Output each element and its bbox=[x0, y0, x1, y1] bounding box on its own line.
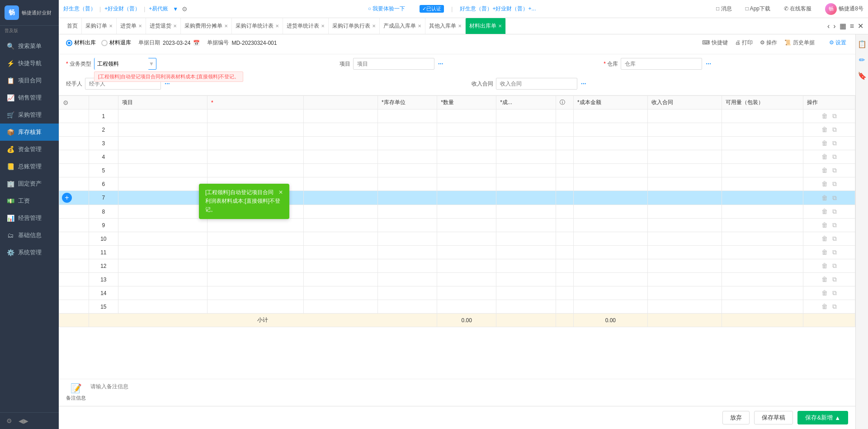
row-item-cell-7[interactable] bbox=[118, 191, 208, 205]
row-income-cell-1[interactable] bbox=[647, 110, 722, 123]
sidebar-item-shortcuts[interactable]: ⚡快捷导航 bbox=[0, 55, 59, 72]
row-item-cell-1[interactable] bbox=[118, 110, 208, 123]
row-income-cell-12[interactable] bbox=[647, 259, 722, 273]
row-qty-cell-13[interactable] bbox=[437, 273, 496, 286]
row-spec-cell-2[interactable] bbox=[304, 123, 378, 137]
row-spec-cell-13[interactable] bbox=[304, 273, 378, 286]
row-spec-cell-3[interactable] bbox=[304, 137, 378, 150]
row-spec-cell-6[interactable] bbox=[304, 177, 378, 191]
row-unit-cell-4[interactable] bbox=[378, 150, 437, 164]
tab-9[interactable]: 其他入库单✕ bbox=[425, 18, 466, 34]
sidebar-item-salary[interactable]: 💵工资 bbox=[0, 192, 59, 210]
row-cost-cell-5[interactable] bbox=[496, 164, 556, 177]
warehouse-dots-btn[interactable]: ··· bbox=[706, 60, 711, 67]
tab-2[interactable]: 进货单✕ bbox=[117, 18, 146, 34]
row-spec-cell-1[interactable] bbox=[304, 110, 378, 123]
sidebar-item-purchase[interactable]: 🛒采购管理 bbox=[0, 106, 59, 124]
sidebar-item-system[interactable]: ⚙️系统管理 bbox=[0, 244, 59, 261]
row-mat-cell-9[interactable] bbox=[207, 219, 303, 232]
row-income-cell-10[interactable] bbox=[647, 232, 722, 246]
row-income-cell-9[interactable] bbox=[647, 219, 722, 232]
row-copy-btn-10[interactable]: ⧉ bbox=[831, 234, 838, 243]
row-item-cell-2[interactable] bbox=[118, 123, 208, 137]
row-income-cell-3[interactable] bbox=[647, 137, 722, 150]
row-delete-btn-2[interactable]: 🗑 bbox=[820, 125, 829, 134]
row-qty-cell-7[interactable] bbox=[437, 191, 496, 205]
row-available-cell-10[interactable] bbox=[722, 232, 803, 246]
row-costamt-cell-8[interactable] bbox=[573, 205, 647, 219]
operate-btn[interactable]: ⚙ 操作 bbox=[758, 38, 779, 48]
app-download-btn[interactable]: □ App下载 bbox=[745, 5, 770, 13]
row-cost-cell-9[interactable] bbox=[496, 219, 556, 232]
tab-close-8[interactable]: ✕ bbox=[418, 24, 421, 29]
warehouse-input[interactable] bbox=[621, 58, 702, 70]
row-costamt-cell-11[interactable] bbox=[573, 246, 647, 259]
row-item-cell-14[interactable] bbox=[118, 286, 208, 300]
row-available-cell-13[interactable] bbox=[722, 273, 803, 286]
sidebar-item-fixed_assets[interactable]: 🏢固定资产 bbox=[0, 175, 59, 192]
history-btn[interactable]: 📜 历史单据 bbox=[783, 38, 816, 48]
tab-close-6[interactable]: ✕ bbox=[321, 24, 325, 29]
row-costamt-cell-4[interactable] bbox=[573, 150, 647, 164]
row-delete-btn-12[interactable]: 🗑 bbox=[820, 261, 829, 270]
row-delete-btn-14[interactable]: 🗑 bbox=[820, 288, 829, 297]
tab-8[interactable]: 产成品入库单✕ bbox=[380, 18, 425, 34]
row-spec-cell-7[interactable] bbox=[304, 191, 378, 205]
tab-close-10[interactable]: ✕ bbox=[498, 24, 502, 29]
row-mat-cell-10[interactable] bbox=[207, 232, 303, 246]
discard-button[interactable]: 放弃 bbox=[722, 411, 750, 424]
row-available-cell-6[interactable] bbox=[722, 177, 803, 191]
row-costamt-cell-9[interactable] bbox=[573, 219, 647, 232]
row-available-cell-1[interactable] bbox=[722, 110, 803, 123]
row-item-cell-9[interactable] bbox=[118, 219, 208, 232]
row-spec-cell-14[interactable] bbox=[304, 286, 378, 300]
banner-link-3[interactable]: +易代账 bbox=[149, 5, 168, 13]
row-cost-cell-10[interactable] bbox=[496, 232, 556, 246]
serial-value[interactable]: MD-20230324-001 bbox=[231, 40, 277, 46]
row-unit-cell-15[interactable] bbox=[378, 300, 437, 314]
row-costamt-cell-5[interactable] bbox=[573, 164, 647, 177]
topbar-settings-icon[interactable]: ⚙ bbox=[182, 5, 188, 13]
banner-more[interactable]: 好生意（普）+好业财（普）+... bbox=[460, 5, 536, 13]
row-unit-cell-1[interactable] bbox=[378, 110, 437, 123]
row-qty-cell-11[interactable] bbox=[437, 246, 496, 259]
tab-close-5[interactable]: ✕ bbox=[275, 24, 279, 29]
shortcut-btn[interactable]: ⌨ 快捷键 bbox=[700, 38, 729, 48]
row-costamt-cell-3[interactable] bbox=[573, 137, 647, 150]
row-qty-cell-1[interactable] bbox=[437, 110, 496, 123]
row-qty-cell-6[interactable] bbox=[437, 177, 496, 191]
row-copy-btn-14[interactable]: ⧉ bbox=[831, 288, 838, 298]
row-qty-cell-14[interactable] bbox=[437, 286, 496, 300]
row-qty-cell-5[interactable] bbox=[437, 164, 496, 177]
row-available-cell-7[interactable] bbox=[722, 191, 803, 205]
row-available-cell-4[interactable] bbox=[722, 150, 803, 164]
row-costamt-cell-14[interactable] bbox=[573, 286, 647, 300]
row-spec-cell-4[interactable] bbox=[304, 150, 378, 164]
row-cost-cell-8[interactable] bbox=[496, 205, 556, 219]
row-unit-cell-9[interactable] bbox=[378, 219, 437, 232]
banner-link-2[interactable]: +好业财（普） bbox=[104, 5, 140, 13]
print-btn[interactable]: 🖨 打印 bbox=[733, 38, 755, 48]
row-income-cell-7[interactable] bbox=[647, 191, 722, 205]
message-btn[interactable]: □ 消息 bbox=[716, 5, 732, 13]
row-mat-cell-11[interactable] bbox=[207, 246, 303, 259]
row-spec-cell-15[interactable] bbox=[304, 300, 378, 314]
row-costamt-cell-1[interactable] bbox=[573, 110, 647, 123]
row-delete-btn-1[interactable]: 🗑 bbox=[820, 111, 829, 120]
row-unit-cell-11[interactable] bbox=[378, 246, 437, 259]
row-spec-cell-5[interactable] bbox=[304, 164, 378, 177]
sidebar-item-inventory[interactable]: 📦库存核算 bbox=[0, 124, 59, 141]
radio-material-out[interactable]: 材料出库 bbox=[66, 39, 96, 47]
save-new-button[interactable]: 保存&新增 ▲ bbox=[797, 411, 848, 424]
row-available-cell-5[interactable] bbox=[722, 164, 803, 177]
settings-btn[interactable]: ⚙ 设置 bbox=[827, 38, 848, 48]
tab-prev-btn[interactable]: ‹ bbox=[827, 22, 830, 30]
row-spec-cell-12[interactable] bbox=[304, 259, 378, 273]
row-cost-cell-14[interactable] bbox=[496, 286, 556, 300]
row-qty-cell-2[interactable] bbox=[437, 123, 496, 137]
row-income-cell-6[interactable] bbox=[647, 177, 722, 191]
row-cost-cell-1[interactable] bbox=[496, 110, 556, 123]
row-unit-cell-8[interactable] bbox=[378, 205, 437, 219]
row-item-cell-10[interactable] bbox=[118, 232, 208, 246]
row-cost-cell-6[interactable] bbox=[496, 177, 556, 191]
